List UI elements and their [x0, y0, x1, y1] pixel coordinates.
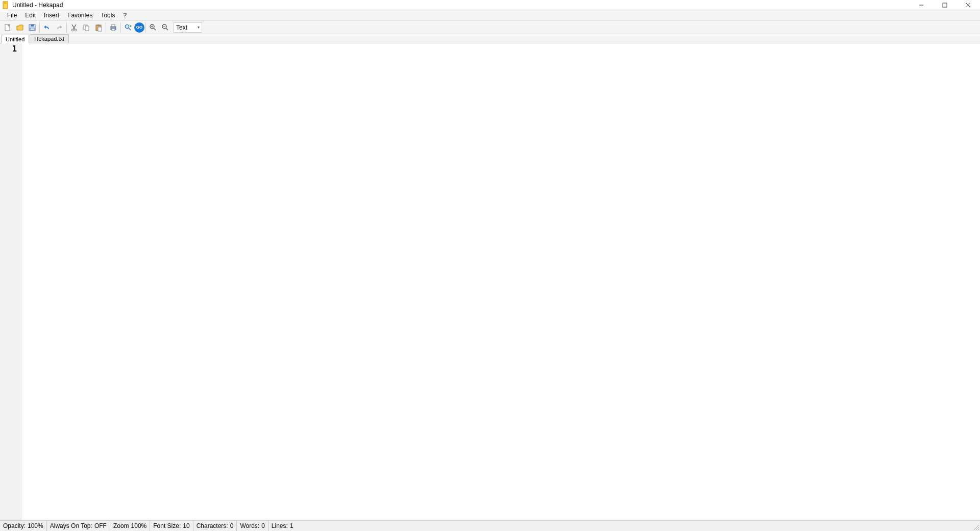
- line-number-gutter: 1: [0, 43, 21, 520]
- open-folder-icon: [16, 23, 24, 32]
- cut-button[interactable]: [68, 21, 80, 34]
- copy-button[interactable]: [80, 21, 92, 34]
- status-characters: Characters: 0: [193, 521, 237, 531]
- status-label: Font Size:: [153, 522, 181, 529]
- document-tab-strip: Untitled Hekapad.txt: [0, 34, 980, 43]
- svg-rect-24: [112, 24, 115, 27]
- new-file-icon: [4, 23, 12, 32]
- toolbar-separator: [39, 22, 40, 33]
- paste-icon: [94, 23, 103, 32]
- save-icon: [28, 23, 36, 32]
- document-tab[interactable]: Untitled: [1, 35, 29, 43]
- toolbar-separator: [106, 22, 106, 33]
- find-replace-button[interactable]: [122, 21, 134, 34]
- status-label: Lines:: [272, 522, 288, 529]
- svg-rect-4: [943, 3, 947, 7]
- status-label: Characters:: [197, 522, 228, 529]
- svg-point-16: [71, 29, 74, 31]
- svg-rect-21: [97, 24, 100, 26]
- status-label: Words:: [240, 522, 259, 529]
- resize-grip-icon[interactable]: [973, 524, 979, 530]
- status-label: Always On Top:: [50, 522, 92, 529]
- svg-line-33: [166, 28, 168, 30]
- zoom-in-button[interactable]: [147, 21, 159, 34]
- find-replace-icon: [124, 23, 132, 32]
- document-tab[interactable]: Hekapad.txt: [30, 34, 69, 43]
- svg-line-37: [978, 529, 979, 530]
- toolbar-separator: [120, 22, 121, 33]
- status-lines: Lines: 1: [268, 521, 297, 531]
- redo-icon: [55, 23, 63, 32]
- close-button[interactable]: [957, 0, 980, 10]
- save-button[interactable]: [26, 21, 38, 34]
- status-value: 100%: [28, 522, 43, 529]
- syntax-mode-value: Text: [176, 24, 187, 31]
- menu-insert[interactable]: Insert: [40, 10, 63, 20]
- text-editor[interactable]: [21, 43, 980, 520]
- status-font-size[interactable]: Font Size: 10: [150, 521, 193, 531]
- zoom-out-button[interactable]: [159, 21, 172, 34]
- zoom-out-icon: [161, 23, 169, 32]
- go-icon: GO: [136, 25, 142, 30]
- window-title: Untitled - Hekapad: [12, 2, 63, 9]
- svg-marker-12: [44, 26, 46, 29]
- copy-icon: [82, 23, 90, 32]
- undo-button[interactable]: [41, 21, 53, 34]
- print-icon: [109, 23, 117, 32]
- go-button[interactable]: GO: [134, 22, 144, 33]
- status-value: 10: [183, 522, 189, 529]
- svg-rect-10: [31, 24, 34, 27]
- undo-icon: [43, 23, 51, 32]
- status-value: 0: [230, 522, 234, 529]
- line-number: 1: [0, 44, 17, 54]
- status-label: Zoom: [113, 522, 129, 529]
- titlebar: Untitled - Hekapad: [0, 0, 980, 10]
- status-value: 100%: [131, 522, 147, 529]
- svg-rect-19: [85, 26, 89, 31]
- chevron-down-icon: ▾: [198, 25, 200, 30]
- menubar: File Edit Insert Favorites Tools ?: [0, 10, 980, 21]
- status-opacity[interactable]: Opacity: 100%: [0, 521, 47, 531]
- print-button[interactable]: [107, 21, 119, 34]
- cut-icon: [70, 23, 78, 32]
- editor-area: 1: [0, 43, 980, 520]
- new-file-button[interactable]: [2, 21, 14, 34]
- toolbar-separator: [145, 22, 146, 33]
- minimize-button[interactable]: [910, 0, 933, 10]
- menu-edit[interactable]: Edit: [21, 10, 40, 20]
- zoom-in-icon: [149, 23, 157, 32]
- status-value: OFF: [94, 522, 107, 529]
- status-label: Opacity:: [3, 522, 26, 529]
- status-value: 1: [290, 522, 293, 529]
- status-words: Words: 0: [237, 521, 268, 531]
- svg-line-29: [154, 28, 156, 30]
- menu-file[interactable]: File: [3, 10, 21, 20]
- svg-point-26: [126, 24, 129, 28]
- maximize-button[interactable]: [933, 0, 957, 10]
- svg-point-17: [75, 29, 77, 31]
- svg-rect-25: [112, 29, 115, 31]
- svg-rect-1: [4, 3, 7, 3]
- status-value: 0: [261, 522, 265, 529]
- open-file-button[interactable]: [14, 21, 26, 34]
- menu-help[interactable]: ?: [119, 10, 131, 20]
- redo-button[interactable]: [53, 21, 65, 34]
- menu-tools[interactable]: Tools: [96, 10, 119, 20]
- status-always-on-top[interactable]: Always On Top: OFF: [47, 521, 110, 531]
- app-icon: [2, 1, 10, 9]
- svg-line-27: [129, 28, 131, 30]
- toolbar-separator: [66, 22, 67, 33]
- paste-button[interactable]: [92, 21, 105, 34]
- window-controls: [910, 0, 980, 10]
- svg-rect-11: [30, 28, 34, 30]
- syntax-mode-combo[interactable]: Text ▾: [174, 22, 202, 33]
- status-zoom[interactable]: Zoom 100%: [110, 521, 150, 531]
- svg-rect-2: [4, 4, 7, 4]
- menu-favorites[interactable]: Favorites: [63, 10, 96, 20]
- statusbar: Opacity: 100% Always On Top: OFF Zoom 10…: [0, 520, 980, 531]
- toolbar: GO Text ▾: [0, 21, 980, 34]
- svg-rect-22: [98, 27, 102, 31]
- svg-marker-13: [60, 26, 62, 29]
